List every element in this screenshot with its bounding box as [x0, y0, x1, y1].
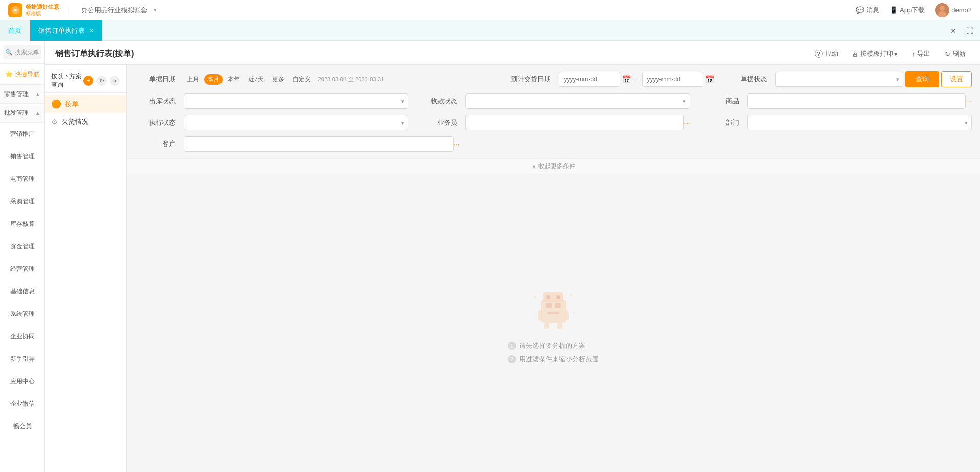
tab-bar: 首页 销售订单执行表 × ✕ ⛶ — [0, 20, 980, 41]
refresh-label: 刷新 — [952, 49, 966, 58]
empty-state-tips: 1 请先选择要分析的方案 2 用过滤条件来缩小分析范围 — [508, 341, 599, 364]
debt-label: 欠货情况 — [62, 117, 88, 126]
sidebar-item-wechat[interactable]: 企业微信 — [0, 392, 44, 415]
exec-status-label: 执行状态 — [135, 118, 176, 127]
date-from-calendar-icon[interactable]: 📅 — [622, 75, 631, 83]
tab-sales-exec[interactable]: 销售订单执行表 × — [30, 20, 102, 41]
message-action[interactable]: 💬 消息 — [856, 6, 879, 15]
svg-rect-14 — [557, 323, 562, 329]
app-download-action[interactable]: 📱 App下载 — [890, 6, 925, 15]
expected-delivery-control: 📅 — 📅 — [559, 72, 714, 87]
sidebar-search-area: 🔍 搜索菜单 — [0, 41, 44, 64]
customer-label: 客户 — [135, 139, 176, 149]
department-label: 部门 — [698, 118, 739, 127]
tip-1-text: 请先选择要分析的方案 — [519, 341, 585, 350]
logo-area: 畅捷通好生意 标准版 — [8, 3, 59, 17]
template-print-label: 按模板打印 — [860, 49, 893, 58]
date-tab-this-year[interactable]: 本年 — [225, 74, 243, 85]
filter-row-1: 单据日期 上月 本月 本年 近7天 更多 自定义 2023-03-01 至 20… — [135, 71, 972, 87]
sidebar-item-operations[interactable]: 经营管理 — [0, 257, 44, 280]
enterprise-label: 企业协同 — [10, 332, 35, 341]
maximize-window-btn[interactable]: ⛶ — [964, 25, 976, 37]
header-dropdown-icon[interactable]: ▾ — [154, 7, 157, 13]
sidebar-item-enterprise[interactable]: 企业协同 — [0, 325, 44, 347]
sidebar-group-wholesale: 批发管理 ▲ — [0, 104, 44, 123]
query-button[interactable]: 查询 — [905, 71, 939, 87]
tab-close-icon[interactable]: × — [90, 27, 93, 34]
export-btn[interactable]: ↑ 导出 — [908, 47, 935, 60]
product-input[interactable] — [747, 93, 966, 109]
template-print-btn[interactable]: 🖨 按模板打印 ▾ — [848, 47, 902, 60]
quick-nav-btn[interactable]: ⭐ 快捷导航 — [0, 66, 44, 82]
page-title: 销售订单执行表(按单) — [55, 49, 134, 59]
sidebar-item-appstore[interactable]: 应用中心 — [0, 370, 44, 392]
salesperson-picker-icon[interactable]: ··· — [684, 119, 690, 127]
collapse-panel-btn[interactable]: « — [110, 76, 120, 86]
delivery-date-to[interactable] — [642, 72, 703, 87]
sidebar-item-system[interactable]: 系统管理 — [0, 302, 44, 325]
sidebar-item-ecommerce[interactable]: 电商管理 — [0, 168, 44, 190]
doc-status-select[interactable] — [775, 72, 903, 87]
ship-status-control — [184, 93, 408, 109]
tab-sales-exec-label: 销售订单执行表 — [38, 26, 85, 35]
refresh-btn[interactable]: ↻ 刷新 — [941, 47, 970, 60]
sidebar-item-inventory[interactable]: 库存核算 — [0, 213, 44, 235]
left-panel-item-debt[interactable]: ⚙ 欠货情况 — [45, 113, 126, 130]
department-select[interactable] — [747, 115, 972, 130]
date-to-calendar-icon[interactable]: 📅 — [705, 75, 714, 83]
inventory-label: 库存核算 — [10, 220, 35, 228]
date-tab-last-month[interactable]: 上月 — [184, 74, 202, 85]
collapse-arrow-icon: ∧ — [532, 163, 536, 170]
doc-status-control: 查询 设置 — [775, 71, 972, 87]
ship-status-select[interactable] — [184, 93, 408, 109]
product-picker-icon[interactable]: ··· — [966, 97, 972, 105]
filter-collapse-bar[interactable]: ∧ 收起更多条件 — [127, 158, 980, 174]
sidebar-item-finance[interactable]: 资金管理 — [0, 235, 44, 257]
sidebar-item-sales-mgmt[interactable]: 销售管理 — [0, 145, 44, 168]
appstore-label: 应用中心 — [10, 377, 35, 386]
payment-status-select[interactable] — [465, 93, 690, 109]
date-tab-7days[interactable]: 近7天 — [245, 74, 267, 85]
exec-status-select[interactable] — [184, 115, 408, 130]
sidebar-item-purchase[interactable]: 采购管理 — [0, 190, 44, 213]
tab-actions: ✕ ⛶ — [947, 25, 980, 37]
sidebar-item-wholesale[interactable]: 批发管理 ▲ — [0, 104, 44, 122]
refresh-scheme-btn[interactable]: ↻ — [96, 76, 107, 86]
svg-rect-9 — [555, 303, 561, 308]
product-label: 商品 — [698, 97, 739, 106]
salesperson-input[interactable] — [465, 115, 684, 130]
left-panel-title: 按以下方案查询 — [51, 72, 83, 89]
order-date-control: 上月 本月 本年 近7天 更多 自定义 2023-03-01 至 2023-03… — [184, 74, 498, 85]
date-separator: — — [633, 75, 640, 83]
help-btn[interactable]: ? 帮助 — [811, 47, 842, 60]
sidebar-item-basic[interactable]: 基础信息 — [0, 280, 44, 302]
filter-row-2: 出库状态 收款状态 商品 — [135, 93, 972, 109]
sidebar-item-newbie[interactable]: 新手引导 — [0, 347, 44, 370]
delivery-date-from[interactable] — [559, 72, 620, 87]
date-tab-more[interactable]: 更多 — [269, 74, 287, 85]
debt-icon: ⚙ — [51, 117, 58, 126]
customer-picker-icon[interactable]: ··· — [454, 140, 460, 148]
search-menu-button[interactable]: 🔍 搜索菜单 — [3, 45, 41, 59]
svg-rect-8 — [546, 303, 552, 308]
add-scheme-btn[interactable]: + — [83, 76, 93, 86]
marketing-label: 营销推广 — [10, 130, 35, 138]
tab-home[interactable]: 首页 — [0, 20, 30, 41]
quick-nav-area: ⭐ 快捷导航 — [0, 64, 44, 85]
left-panel-item-by-order[interactable]: 🟠 按单 — [45, 95, 126, 113]
empty-state: 1 请先选择要分析的方案 2 用过滤条件来缩小分析范围 — [127, 174, 980, 472]
settings-button[interactable]: 设置 — [941, 71, 972, 87]
date-tab-this-month[interactable]: 本月 — [204, 74, 223, 85]
order-date-label: 单据日期 — [135, 75, 176, 84]
sidebar-retail-label: 零售管理 — [4, 90, 29, 99]
sidebar-item-retail[interactable]: 零售管理 ▲ — [0, 85, 44, 103]
date-tab-custom[interactable]: 自定义 — [289, 74, 314, 85]
svg-point-7 — [556, 295, 560, 299]
customer-input[interactable] — [184, 136, 454, 152]
sidebar-item-vip[interactable]: 畅会员 — [0, 415, 44, 437]
finance-label: 资金管理 — [10, 242, 35, 251]
close-window-btn[interactable]: ✕ — [947, 25, 960, 37]
sidebar-item-marketing[interactable]: 营销推广 — [0, 123, 44, 145]
collapse-label: 收起更多条件 — [538, 162, 575, 171]
user-action[interactable]: demo2 — [935, 3, 972, 17]
